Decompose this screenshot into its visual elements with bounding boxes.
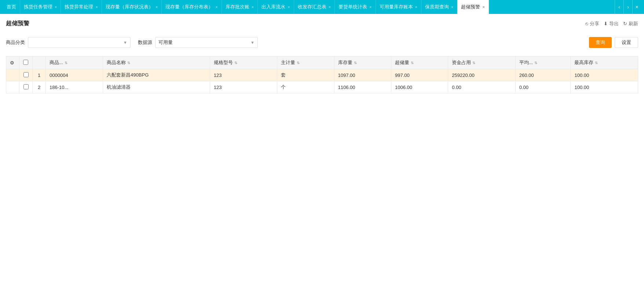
table-row: 1 0000004 六配套新昌490BPG 123 套 1097.00 997.… — [6, 69, 638, 81]
nav-item-close-8[interactable]: × — [369, 5, 372, 9]
row-checkbox-0[interactable] — [23, 72, 29, 77]
refresh-link[interactable]: ↻ 刷新 — [623, 21, 638, 27]
page-content: 超储预警 ⎋ 分享 ⬇ 导出 ↻ 刷新 商品分类 ▼ 数据源 — [0, 14, 644, 293]
product-category-label: 商品分类 — [6, 39, 25, 46]
td-gear-1 — [6, 81, 19, 93]
top-nav: 首页拣货任务管理×拣货异常处理×现存量（库存状况表）×现存量（库存分布表）×库存… — [0, 0, 644, 14]
nav-item-7[interactable]: 收发存汇总表× — [294, 0, 335, 14]
refresh-icon: ↻ — [623, 21, 627, 26]
datasource-value: 可用量 — [158, 39, 173, 46]
th-spec-model[interactable]: 规格型号⇅ — [210, 56, 277, 69]
nav-arrow-close[interactable]: × — [632, 0, 641, 14]
nav-item-9[interactable]: 可用量库存账本× — [376, 0, 421, 14]
nav-item-close-5[interactable]: × — [252, 5, 254, 9]
product-category-arrow-icon: ▼ — [123, 40, 127, 45]
nav-item-close-9[interactable]: × — [415, 5, 417, 9]
nav-item-close-1[interactable]: × — [55, 5, 57, 9]
nav-item-close-6[interactable]: × — [288, 5, 290, 9]
select-all-checkbox[interactable] — [23, 60, 28, 65]
td-unit-1: 个 — [277, 81, 334, 93]
export-link[interactable]: ⬇ 导出 — [604, 21, 619, 27]
page-header: 超储预警 ⎋ 分享 ⬇ 导出 ↻ 刷新 — [6, 20, 638, 27]
td-avg-0: 260.00 — [515, 69, 571, 81]
header-actions: ⎋ 分享 ⬇ 导出 ↻ 刷新 — [585, 21, 638, 27]
td-avg-1: 0.00 — [515, 81, 571, 93]
datasource-group: 数据源 可用量 ▼ — [138, 37, 258, 48]
td-spec-model-1: 123 — [210, 81, 277, 93]
table-row: 2 186-10... 机油滤清器 123 个 1106.00 1006.00 … — [6, 81, 638, 93]
th-checkbox — [19, 56, 33, 69]
export-icon: ⬇ — [604, 21, 608, 26]
data-table: ⚙ 商品...⇅ 商品名称⇅ 规格型号⇅ 主计量⇅ 库存量⇅ 超储量⇅ 资金占用… — [6, 56, 638, 93]
page-title: 超储预警 — [6, 20, 29, 27]
settings-button[interactable]: 设置 — [615, 37, 638, 48]
nav-item-6[interactable]: 出入库流水× — [258, 0, 294, 14]
th-overstock[interactable]: 超储量⇅ — [391, 56, 448, 69]
td-capital-1: 0.00 — [448, 81, 515, 93]
datasource-label: 数据源 — [138, 39, 152, 46]
nav-item-close-10[interactable]: × — [451, 5, 453, 9]
datasource-select[interactable]: 可用量 ▼ — [155, 37, 258, 48]
td-unit-0: 套 — [277, 69, 334, 81]
nav-item-0[interactable]: 首页 — [3, 0, 20, 14]
td-gear-0 — [6, 69, 19, 81]
nav-item-close-4[interactable]: × — [215, 5, 217, 9]
th-capital[interactable]: 资金占用⇅ — [448, 56, 515, 69]
th-max-stock[interactable]: 最高库存⇅ — [571, 56, 638, 69]
td-max-stock-1: 100.00 — [571, 81, 638, 93]
nav-arrow-left[interactable]: ‹ — [615, 0, 623, 14]
share-link[interactable]: ⎋ 分享 — [585, 21, 599, 27]
table-header-row: ⚙ 商品...⇅ 商品名称⇅ 规格型号⇅ 主计量⇅ 库存量⇅ 超储量⇅ 资金占用… — [6, 56, 638, 69]
td-overstock-0: 997.00 — [391, 69, 448, 81]
nav-arrows: ‹ › × — [615, 0, 641, 14]
nav-item-close-3[interactable]: × — [155, 5, 158, 9]
nav-item-5[interactable]: 库存批次账× — [222, 0, 258, 14]
td-overstock-1: 1006.00 — [391, 81, 448, 93]
td-stock-0: 1097.00 — [334, 69, 391, 81]
product-category-group: 商品分类 ▼ — [6, 37, 131, 48]
nav-item-4[interactable]: 现存量（库存分布表）× — [162, 0, 222, 14]
td-product-name-0: 六配套新昌490BPG — [103, 69, 210, 81]
td-capital-0: 259220.00 — [448, 69, 515, 81]
td-index-0: 1 — [33, 69, 46, 81]
td-max-stock-0: 100.00 — [571, 69, 638, 81]
td-spec-model-0: 123 — [210, 69, 277, 81]
td-stock-1: 1106.00 — [334, 81, 391, 93]
th-index — [33, 56, 46, 69]
td-checkbox-0[interactable] — [19, 69, 33, 81]
nav-item-1[interactable]: 拣货任务管理× — [20, 0, 61, 14]
nav-item-close-11[interactable]: × — [482, 5, 484, 9]
td-checkbox-1[interactable] — [19, 81, 33, 93]
td-product-name-1: 机油滤清器 — [103, 81, 210, 93]
filter-row: 商品分类 ▼ 数据源 可用量 ▼ 查询 设置 — [6, 33, 638, 52]
td-index-1: 2 — [33, 81, 46, 93]
th-stock[interactable]: 库存量⇅ — [334, 56, 391, 69]
th-product-name[interactable]: 商品名称⇅ — [103, 56, 210, 69]
nav-item-close-2[interactable]: × — [95, 5, 98, 9]
th-product-code[interactable]: 商品...⇅ — [46, 56, 103, 69]
nav-item-2[interactable]: 拣货异常处理× — [61, 0, 102, 14]
td-product-code-0: 0000004 — [46, 69, 103, 81]
nav-item-11[interactable]: 超储预警× — [457, 0, 489, 14]
nav-item-3[interactable]: 现存量（库存状况表）× — [102, 0, 162, 14]
query-button[interactable]: 查询 — [589, 37, 612, 48]
datasource-arrow-icon: ▼ — [250, 40, 255, 45]
th-unit[interactable]: 主计量⇅ — [277, 56, 334, 69]
row-checkbox-1[interactable] — [23, 84, 29, 89]
th-avg[interactable]: 平均...⇅ — [515, 56, 571, 69]
th-gear[interactable]: ⚙ — [6, 56, 19, 69]
nav-item-10[interactable]: 保质期查询× — [421, 0, 457, 14]
filter-buttons: 查询 设置 — [589, 37, 638, 48]
share-icon: ⎋ — [585, 21, 588, 26]
product-category-select[interactable]: ▼ — [28, 37, 131, 48]
nav-item-8[interactable]: 要货单统计表× — [335, 0, 376, 14]
td-product-code-1: 186-10... — [46, 81, 103, 93]
nav-arrow-right[interactable]: › — [623, 0, 632, 14]
nav-item-close-7[interactable]: × — [329, 5, 331, 9]
